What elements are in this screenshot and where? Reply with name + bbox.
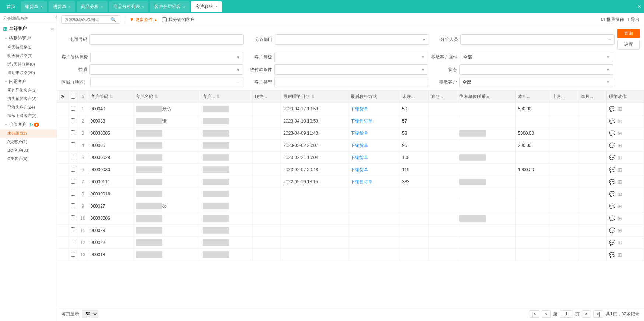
export-button[interactable]: ↑ 导出 [627,17,640,23]
row-checkbox[interactable] [71,203,75,208]
grid-action-icon[interactable]: ⊞ [617,179,622,185]
overdue-col-header[interactable]: 逾期... [428,91,457,103]
row-checkbox[interactable] [71,155,75,159]
sidebar-item-abnormal[interactable]: 囤购异常客户(2) [0,86,57,95]
chat-action-icon[interactable]: 💬 [609,130,615,136]
grid-action-icon[interactable]: ⊞ [617,118,622,124]
grid-action-icon[interactable]: ⊞ [617,240,622,246]
this-month-col-header[interactable]: 本月... [578,91,607,103]
customer-col-header[interactable]: 客户... ⇅ [200,91,252,103]
row-checkbox-cell[interactable] [68,127,78,140]
chat-action-icon[interactable]: 💬 [609,179,615,185]
page-number-input[interactable] [560,310,573,318]
pending-section-header[interactable]: ▼ 待联络客户 [0,34,57,43]
chat-action-icon[interactable]: 💬 [609,240,615,246]
row-checkbox[interactable] [71,142,75,147]
row-checkbox[interactable] [71,215,75,220]
nature-input[interactable]: ▼ [89,64,243,75]
row-checkbox[interactable] [71,167,75,172]
sidebar-item-class-b[interactable]: B类客户(33) [0,146,57,155]
nav-home-tab[interactable]: 首页 [3,4,19,10]
row-checkbox-cell[interactable] [68,140,78,152]
select-all-checkbox[interactable] [71,94,75,99]
main-search-icon[interactable]: 🔍 [110,17,116,22]
chat-action-icon[interactable]: 💬 [609,106,615,112]
window-close-button[interactable]: × [638,3,641,10]
nav-tab-customer-contact[interactable]: 客户联络 × [191,1,222,12]
sidebar-item-ungroup[interactable]: 未分组(32) [0,129,57,138]
query-button[interactable]: 查询 [617,29,640,38]
last-way-link[interactable]: 下销货单 [351,131,368,136]
row-checkbox-cell[interactable] [68,200,78,212]
last-way-col-header[interactable]: 最后联络方式 [348,91,400,103]
grid-action-icon[interactable]: ⊞ [617,130,622,136]
close-product-analysis-tab[interactable]: × [101,5,103,9]
nav-tab-product-analysis[interactable]: 商品分析 × [77,1,108,12]
row-checkbox[interactable] [71,240,75,244]
last-page-button[interactable]: >| [593,310,603,318]
sidebar-item-overdue-pending[interactable]: 逾期未联络(30) [0,68,57,77]
chat-action-icon[interactable]: 💬 [609,191,615,197]
chat-action-icon[interactable]: 💬 [609,167,615,173]
chat-action-icon[interactable]: 💬 [609,118,615,124]
row-checkbox-cell[interactable] [68,188,78,200]
grid-action-icon[interactable]: ⊞ [617,215,622,221]
nav-tab-purchase[interactable]: 进货单 × [49,1,75,12]
grid-action-icon[interactable]: ⊞ [617,191,622,197]
sidebar-item-class-c[interactable]: C类客户(6) [0,155,57,163]
grid-action-icon[interactable]: ⊞ [617,167,622,173]
close-purchase-tab[interactable]: × [68,5,71,9]
contact-col-header[interactable]: 联络... [252,91,281,103]
nav-tab-sales[interactable]: 销货单 × [21,1,47,12]
chat-action-icon[interactable]: 💬 [609,227,615,233]
last-month-col-header[interactable]: 上月... [550,91,578,103]
customer-level-input[interactable]: ▼ [274,52,428,62]
status-input[interactable]: ▼ [459,64,613,75]
chat-action-icon[interactable]: 💬 [609,215,615,221]
year-col-header[interactable]: 本年... [515,91,550,103]
row-checkbox[interactable] [71,118,75,123]
close-product-list-tab[interactable]: × [142,5,144,9]
last-way-link[interactable]: 下销售订单 [351,119,373,124]
row-checkbox[interactable] [71,227,75,232]
sidebar-item-today-pending[interactable]: 今天待联络(0) [0,43,57,52]
close-sales-tab[interactable]: × [41,5,43,9]
reset-button[interactable]: 设置 [617,40,640,50]
row-checkbox-cell[interactable] [68,152,78,164]
grid-action-icon[interactable]: ⊞ [617,155,622,160]
row-checkbox-cell[interactable] [68,249,78,261]
row-checkbox-cell[interactable] [68,103,78,115]
refresh-icon[interactable]: ↻ [29,122,33,127]
problem-section-header[interactable]: ▼ 问题客户 [0,77,57,86]
row-checkbox-cell[interactable] [68,212,78,225]
first-page-button[interactable]: |< [529,310,539,318]
last-way-link[interactable]: 下销货单 [351,143,368,148]
page-size-select[interactable]: 50 [82,310,98,318]
un-contact-col-header[interactable]: 未联... [400,91,428,103]
row-checkbox-cell[interactable] [68,237,78,249]
dept-input[interactable]: ▼ [275,34,429,45]
sidebar-item-churn-warning[interactable]: 流失预警客户(3) [0,95,57,103]
batch-op-button[interactable]: ☑ 批量操作 [601,17,624,23]
sidebar-item-tomorrow-pending[interactable]: 明天待联络(1) [0,52,57,60]
row-checkbox[interactable] [71,179,75,184]
chat-action-icon[interactable]: 💬 [609,203,615,209]
last-way-link[interactable]: 下销售订单 [351,179,373,184]
chat-action-icon[interactable]: 💬 [609,155,615,160]
zero-customer-input[interactable]: 全部 ▼ [459,77,613,87]
nav-tab-customer-tier[interactable]: 客户分层经客 × [150,1,190,12]
nav-tab-product-list[interactable]: 商品分析列表 × [109,1,149,12]
sidebar-item-declining[interactable]: 持续下滑客户(2) [0,112,57,120]
row-checkbox-cell[interactable] [68,115,78,127]
price-level-input[interactable]: ▼ [90,52,243,62]
sidebar-item-churned[interactable]: 已流失客户(24) [0,103,57,112]
phone-input[interactable] [89,34,244,45]
main-search-input[interactable] [65,17,109,22]
zero-attr-input[interactable]: 全部 ▼ [460,52,613,62]
last-way-link[interactable]: 下销货单 [351,167,368,172]
last-way-link[interactable]: 下销货单 [351,106,368,112]
row-checkbox-cell[interactable] [68,164,78,176]
close-customer-contact-tab[interactable]: × [215,5,218,9]
sidebar-search-box[interactable]: 🔍 [0,13,57,23]
prev-page-button[interactable]: < [542,310,551,318]
